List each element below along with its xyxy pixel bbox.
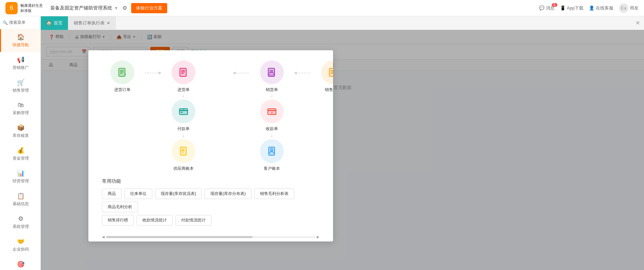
sidebar-label: 快捷导航 (13, 42, 29, 48)
svg-marker-13 (233, 72, 236, 74)
message-badge: 6 (552, 3, 557, 7)
workflow-node-purchase-bill[interactable]: 进货单 (163, 60, 204, 93)
tab-home[interactable]: 🏠 首页 (41, 16, 68, 30)
chart-icon: 📊 (17, 169, 24, 177)
system-dropdown-icon[interactable]: ▼ (114, 6, 118, 11)
logo-text: 畅康通好生意 标准版 (20, 3, 43, 13)
sales-order-icon (321, 60, 333, 84)
func-btn-counterparty[interactable]: 往来单位 (124, 188, 152, 199)
logo-symbol: 6 (10, 4, 13, 12)
workflow-node-receipt[interactable]: ¥ 收款单 (251, 100, 292, 132)
func-btn-product-margin[interactable]: 商品毛利分析 (102, 202, 138, 212)
clipboard-icon: 📋 (17, 192, 24, 200)
svg-rect-35 (180, 147, 186, 155)
sidebar-item-system[interactable]: ⚙ 系统管理 (0, 211, 40, 234)
tab-sales-order-exec[interactable]: 销售订单执行表 ✕ (68, 16, 116, 30)
money-icon: 💰 (17, 147, 24, 154)
purchase-bill-label: 进货单 (177, 87, 190, 93)
logo-area: 6 畅康通好生意 标准版 (5, 2, 46, 14)
func-btn-payment-stats[interactable]: 付款情况统计 (175, 215, 211, 226)
customer-ledger-icon (260, 139, 284, 163)
scrollbar-track[interactable] (106, 236, 315, 238)
close-all-tabs-button[interactable]: ✕ (631, 20, 644, 26)
func-btn-stock-dist[interactable]: 现存量(库存分布表) (205, 188, 251, 199)
sidebar-label: 营销推广 (13, 65, 29, 71)
sidebar-label: 资金管理 (13, 156, 29, 161)
sidebar-item-guide[interactable]: 🎯 新手引导 (0, 256, 40, 270)
message-button[interactable]: 💬 消息 6 (539, 5, 555, 11)
svg-marker-6 (159, 72, 161, 74)
payment-label: 付款单 (177, 126, 190, 132)
online-service-button[interactable]: 👤 在线客服 (589, 5, 613, 11)
payment-icon: ¥ (172, 100, 195, 123)
customer-ledger-label: 客户账本 (264, 166, 280, 172)
sales-bill-label: 销货单 (266, 87, 278, 93)
purchase-order-label: 进货订单 (114, 87, 130, 93)
purchase-order-icon (110, 60, 134, 84)
content-area: 🏠 首页 销售订单执行表 ✕ ✕ ❓ 帮助 (41, 16, 644, 270)
receipt-label: 收款单 (266, 126, 278, 132)
search-icon: 🔍 (3, 20, 8, 25)
supplier-ledger-label: 供应商账本 (173, 166, 194, 172)
user-avatar: Ea (619, 3, 628, 13)
common-functions-title: 常用功能 (102, 178, 319, 184)
modal-overlay[interactable]: 进货订单 (41, 30, 644, 270)
workflow-section: 进货订单 (88, 50, 333, 178)
target-icon: 🎯 (17, 260, 24, 268)
home-tab-icon: 🏠 (46, 20, 52, 25)
trial-button[interactable]: 体验行业方案 (131, 3, 167, 13)
sidebar-item-inventory[interactable]: 📦 库存核算 (0, 120, 40, 143)
common-functions-section: 常用功能 商品 往来单位 现存量(库存状况表) 现存量(库存分布表) 销售毛利分… (88, 178, 333, 232)
workflow-node-customer-ledger[interactable]: 客户账本 (251, 139, 292, 172)
svg-text:¥: ¥ (182, 108, 185, 112)
collab-icon: 🤝 (17, 238, 24, 245)
supplier-ledger-icon (172, 139, 195, 163)
svg-marker-20 (294, 72, 297, 74)
sidebar-item-finance[interactable]: 💰 资金管理 (0, 143, 40, 165)
bag-icon: 🛍 (18, 102, 24, 109)
func-buttons-row1: 商品 往来单位 现存量(库存状况表) 现存量(库存分布表) 销售毛利分析表 商品… (102, 188, 319, 212)
workflow-node-purchase-order[interactable]: 进货订单 (102, 60, 143, 93)
sidebar-label: 企业协同 (13, 247, 29, 252)
header-right: 💬 消息 6 📱 App下载 👤 在线客服 Ea 用友 (539, 3, 639, 13)
func-btn-receipt-stats[interactable]: 收款情况统计 (137, 215, 173, 226)
workflow-node-sales-order[interactable]: 销售订单 (313, 60, 333, 93)
sidebar-item-quick-nav[interactable]: 🏠 快捷导航 (0, 29, 40, 52)
sidebar-label: 销售管理 (13, 88, 29, 93)
scrollbar-thumb (106, 236, 253, 238)
sales-bill-icon (260, 60, 284, 84)
scroll-right-icon[interactable]: ▶ (317, 235, 319, 239)
scroll-left-icon[interactable]: ◀ (102, 235, 105, 239)
func-buttons-row2: 销售排行榜 收款情况统计 付款情况统计 (102, 215, 319, 226)
gear-icon: ⚙ (18, 215, 23, 222)
workflow-node-sales-bill[interactable]: 销货单 (251, 60, 292, 93)
func-btn-sales-margin[interactable]: 销售毛利分析表 (254, 188, 294, 199)
sidebar-item-basic-info[interactable]: 📋 基础信息 (0, 188, 40, 211)
user-menu[interactable]: Ea 用友 (619, 3, 639, 13)
system-title: 装备及固定资产辅助管理系统 ▼ (50, 5, 118, 11)
sidebar-item-collab[interactable]: 🤝 企业协同 (0, 234, 40, 256)
sidebar-label: 经营管理 (13, 178, 29, 184)
func-btn-sales-rank[interactable]: 销售排行榜 (102, 215, 134, 226)
search-menu-button[interactable]: 🔍 搜索菜单 (0, 16, 40, 29)
sales-order-label: 销售订单 (325, 87, 333, 93)
svg-rect-21 (329, 68, 333, 76)
sidebar-item-sales[interactable]: 🛒 销售管理 (0, 75, 40, 97)
sidebar-item-operation[interactable]: 📊 经营管理 (0, 165, 40, 188)
workflow-node-payment[interactable]: ¥ 付款单 (163, 100, 204, 132)
home-icon: 🏠 (17, 33, 24, 41)
func-btn-product[interactable]: 商品 (102, 188, 122, 199)
logo-icon: 6 (5, 2, 18, 14)
phone-icon: 📱 (560, 5, 565, 11)
svg-rect-7 (180, 68, 186, 76)
app-download-button[interactable]: 📱 App下载 (560, 5, 584, 11)
system-settings-icon[interactable]: ⚙ (122, 5, 127, 11)
tab-close-icon[interactable]: ✕ (107, 21, 110, 25)
purchase-bill-icon (172, 60, 195, 84)
workflow-node-supplier-ledger[interactable]: 供应商账本 (163, 139, 204, 172)
func-btn-stock-status[interactable]: 现存量(库存状况表) (155, 188, 202, 199)
sidebar-item-purchase[interactable]: 🛍 采购管理 (0, 97, 40, 120)
sidebar-item-marketing[interactable]: 📢 营销推广 (0, 52, 40, 75)
sidebar: 🔍 搜索菜单 🏠 快捷导航 📢 营销推广 🛒 销售管理 🛍 采购管理 📦 (0, 16, 41, 270)
svg-rect-29 (181, 112, 182, 113)
